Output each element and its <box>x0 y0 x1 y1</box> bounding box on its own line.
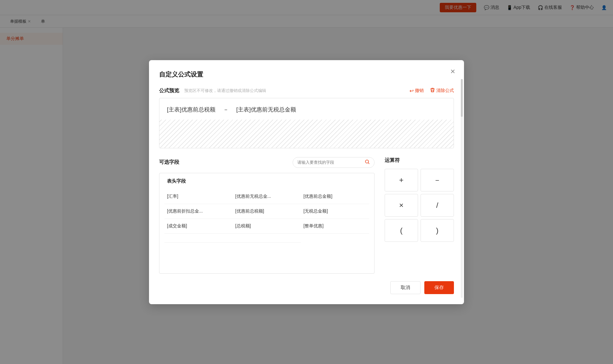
operators-label: 运算符 <box>385 157 454 164</box>
fields-section: 可选字段 表头字段 [汇率] <box>159 157 375 274</box>
save-button[interactable]: 保存 <box>424 281 454 294</box>
clear-icon <box>430 88 435 94</box>
field-item-0[interactable]: [汇率] <box>164 189 233 204</box>
formula-preview-label: 公式预览 <box>159 88 179 94</box>
search-icon <box>365 159 370 166</box>
fields-label: 可选字段 <box>159 159 179 166</box>
fields-search-box[interactable] <box>293 157 375 168</box>
formula-header: 公式预览 预览区不可修改，请通过撤销或清除公式编辑 ↩ 撤销 <box>159 88 454 94</box>
operator-left-paren[interactable]: ( <box>385 219 418 242</box>
formula-preview-section: 公式预览 预览区不可修改，请通过撤销或清除公式编辑 ↩ 撤销 <box>159 88 454 148</box>
operator-plus[interactable]: + <box>385 169 418 191</box>
dialog-close-button[interactable]: ✕ <box>448 66 458 77</box>
formula-preview-box: [主表]优惠前总税额 － [主表]优惠前无税总金额 <box>159 98 454 148</box>
field-item-7[interactable]: [总税额] <box>233 219 301 234</box>
operators-grid: + － × / ( ) <box>385 169 454 242</box>
field-item-1[interactable]: [优惠前无税总金... <box>233 189 301 204</box>
fields-grid: [汇率] [优惠前无税总金... [优惠前总金额] [优惠前折扣总金... [优… <box>164 189 369 243</box>
formula-part2: [主表]优惠前无税总金额 <box>236 106 296 113</box>
undo-label: 撤销 <box>415 88 424 94</box>
field-item-5[interactable]: [无税总金额] <box>301 204 369 219</box>
dialog-title: 自定义公式设置 <box>159 70 454 79</box>
undo-button[interactable]: ↩ 撤销 <box>410 88 424 94</box>
dialog-footer: 取消 保存 <box>159 281 454 294</box>
operator-divide[interactable]: / <box>421 194 454 217</box>
bottom-section: 可选字段 表头字段 [汇率] <box>159 157 454 274</box>
field-item-10[interactable] <box>233 234 301 243</box>
formula-expression: [主表]优惠前总税额 － [主表]优惠前无税总金额 <box>167 106 446 113</box>
clear-label: 清除公式 <box>436 88 454 94</box>
field-item-2[interactable]: [优惠前总金额] <box>301 189 369 204</box>
dialog-scrollbar-thumb[interactable] <box>461 79 463 117</box>
formula-dialog: 自定义公式设置 ✕ 公式预览 预览区不可修改，请通过撤销或清除公式编辑 ↩ 撤销 <box>149 60 464 304</box>
field-item-8[interactable]: [整单优惠] <box>301 219 369 234</box>
svg-line-1 <box>368 163 369 164</box>
formula-part1: [主表]优惠前总税额 <box>167 106 215 113</box>
operator-right-paren[interactable]: ) <box>421 219 454 242</box>
dialog-scrollbar[interactable] <box>461 79 463 298</box>
operator-minus[interactable]: － <box>421 169 454 191</box>
field-item-3[interactable]: [优惠前折扣总金... <box>164 204 233 219</box>
operators-section: 运算符 + － × / ( ) <box>385 157 454 274</box>
modal-overlay: 自定义公式设置 ✕ 公式预览 预览区不可修改，请通过撤销或清除公式编辑 ↩ 撤销 <box>0 0 613 364</box>
field-item-4[interactable]: [优惠前总税额] <box>233 204 301 219</box>
fields-header: 可选字段 <box>159 157 375 168</box>
undo-icon: ↩ <box>410 88 414 94</box>
field-item-6[interactable]: [成交金额] <box>164 219 233 234</box>
fields-search-input[interactable] <box>297 160 362 165</box>
operator-multiply[interactable]: × <box>385 194 418 217</box>
formula-op: － <box>223 106 229 113</box>
formula-hint-text: 预览区不可修改，请通过撤销或清除公式编辑 <box>184 88 266 94</box>
formula-actions: ↩ 撤销 清除公式 <box>410 88 454 94</box>
fields-list-container[interactable]: 表头字段 [汇率] [优惠前无税总金... [优惠前总金额] [优惠前折扣总金.… <box>159 173 375 274</box>
fields-group-title: 表头字段 <box>164 178 369 184</box>
cancel-button[interactable]: 取消 <box>390 281 421 294</box>
clear-formula-button[interactable]: 清除公式 <box>430 88 454 94</box>
formula-header-left: 公式预览 预览区不可修改，请通过撤销或清除公式编辑 <box>159 88 266 94</box>
field-item-9[interactable] <box>164 234 233 243</box>
